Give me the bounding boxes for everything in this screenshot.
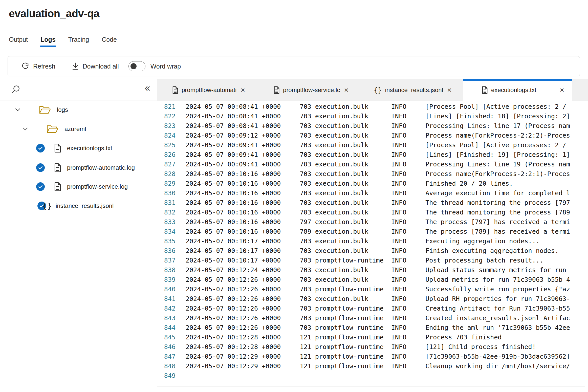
log-level: INFO — [391, 140, 406, 150]
tree-file-instance-results[interactable]: {} instance_results.jsonl — [0, 200, 157, 212]
log-pid: 703 — [300, 236, 311, 246]
close-icon[interactable]: × — [560, 86, 564, 94]
log-line: 844 2024-05-07 00:12:26 +0000 703 prompt… — [157, 323, 588, 333]
close-icon[interactable]: × — [447, 86, 452, 94]
word-wrap-toggle[interactable] — [128, 61, 145, 71]
page-title: evaluation_adv-qa — [9, 8, 99, 20]
log-pid: 703 — [300, 121, 311, 131]
log-line-number: 847 — [157, 352, 176, 361]
log-viewer[interactable]: 821 2024-05-07 00:08:41 +0000 703 execut… — [157, 101, 588, 386]
log-logger: execution.bulk — [315, 112, 391, 121]
log-logger: promptflow-runtime — [315, 342, 391, 352]
log-level: INFO — [391, 256, 406, 265]
tree-folder-azureml[interactable]: azureml — [0, 123, 157, 135]
log-message: Processing Lines: line 19 (Process nam — [425, 160, 570, 169]
tree-file-promptflow-service[interactable]: promptflow-service.log — [0, 181, 157, 193]
log-logger: execution.bulk — [315, 294, 391, 304]
log-line-number: 843 — [157, 313, 176, 323]
refresh-icon — [21, 62, 30, 70]
log-level: INFO — [391, 121, 406, 131]
collapse-sidebar-button[interactable]: « — [145, 82, 150, 93]
log-level: INFO — [391, 112, 406, 121]
close-icon[interactable]: × — [241, 86, 245, 94]
close-icon[interactable]: × — [344, 86, 349, 94]
panel-bottom-divider — [157, 386, 585, 386]
log-pid: 703 — [300, 323, 311, 333]
log-logger: execution.bulk — [315, 236, 391, 246]
log-line: 831 2024-05-07 00:10:16 +0000 703 execut… — [157, 198, 588, 208]
log-message: Upload status summary metrics for run — [425, 265, 566, 275]
log-level: INFO — [391, 352, 406, 361]
log-pid: 121 — [300, 333, 311, 342]
tab-tracing[interactable]: Tracing — [68, 35, 90, 47]
refresh-button[interactable]: Refresh — [21, 62, 55, 70]
tab-output[interactable]: Output — [8, 35, 28, 47]
log-line: 822 2024-05-07 00:08:41 +0000 703 execut… — [157, 112, 588, 121]
log-timestamp: 2024-05-07 00:10:16 +0000 — [186, 217, 281, 227]
log-pid: 703 — [300, 160, 311, 169]
log-line-number: 848 — [157, 361, 176, 371]
log-logger: execution.bulk — [315, 198, 391, 208]
tree-file-promptflow-automatic[interactable]: promptflow-automatic.log — [0, 162, 157, 174]
tree-file-label: promptflow-service.log — [67, 183, 128, 190]
file-icon — [54, 143, 62, 153]
file-tab-label: promptflow-service.lc — [283, 86, 340, 94]
log-pid: 703 — [300, 188, 311, 198]
tree-folder-label: logs — [57, 106, 68, 113]
search-icon[interactable] — [12, 84, 22, 95]
log-timestamp: 2024-05-07 00:09:41 +0000 — [186, 150, 281, 160]
log-timestamp: 2024-05-07 00:12:26 +0000 — [186, 323, 281, 333]
log-logger: execution.bulk — [315, 275, 391, 285]
log-level: INFO — [391, 150, 406, 160]
log-logger: execution.bulk — [315, 131, 391, 140]
log-line: 827 2024-05-07 00:09:41 +0000 703 execut… — [157, 160, 588, 169]
log-logger: execution.bulk — [315, 217, 391, 227]
log-timestamp: 2024-05-07 00:09:41 +0000 — [186, 140, 281, 150]
tab-code[interactable]: Code — [101, 35, 117, 47]
open-folder-icon — [46, 124, 59, 134]
chevron-down-icon[interactable] — [21, 125, 31, 133]
download-all-label: Download all — [83, 63, 119, 70]
file-tree-sidebar: « logs azure — [0, 79, 157, 386]
log-line: 824 2024-05-07 00:09:12 +0000 703 execut… — [157, 131, 588, 140]
file-tab-executionlogs-active[interactable]: executionlogs.txt × — [463, 79, 572, 101]
log-line-number: 825 — [157, 140, 176, 150]
log-message: Finish executing aggregation nodes. — [425, 246, 559, 256]
log-logger: execution.bulk — [315, 169, 391, 179]
log-message: [Process Pool] [Active processes: 2 / — [425, 140, 566, 150]
chevron-down-icon[interactable] — [14, 106, 23, 114]
log-line-number: 822 — [157, 112, 176, 121]
log-line: 839 2024-05-07 00:12:26 +0000 703 execut… — [157, 275, 588, 285]
log-message: Upload RH properties for run 71c39063- — [425, 294, 570, 304]
log-message: The thread monitoring the process [789 — [425, 208, 570, 217]
log-line-number: 834 — [157, 227, 176, 236]
log-timestamp: 2024-05-07 00:10:17 +0000 — [186, 236, 281, 246]
log-line: 842 2024-05-07 00:12:26 +0000 703 prompt… — [157, 304, 588, 313]
log-line: 834 2024-05-07 00:10:16 +0000 789 execut… — [157, 227, 588, 236]
download-all-button[interactable]: Download all — [72, 62, 119, 70]
file-tab-promptflow-service[interactable]: promptflow-service.lc × — [260, 79, 362, 101]
log-timestamp: 2024-05-07 00:12:26 +0000 — [186, 304, 281, 313]
file-tab-promptflow-automatic[interactable]: promptflow-automati × — [157, 79, 260, 101]
log-pid: 703 — [300, 112, 311, 121]
log-logger: execution.bulk — [315, 265, 391, 275]
log-message: Creating Artifact for Run 71c39063-b55 — [425, 304, 570, 313]
file-tab-instance-results[interactable]: {} instance_results.jsonl × — [362, 79, 463, 101]
log-message: The process [789] has received a termi — [425, 227, 570, 236]
tree-folder-logs[interactable]: logs — [0, 104, 157, 116]
log-timestamp: 2024-05-07 00:10:16 +0000 — [186, 227, 281, 236]
log-logger: execution.bulk — [315, 102, 391, 112]
log-line-number: 845 — [157, 333, 176, 342]
log-pid: 121 — [300, 342, 311, 352]
log-line: 823 2024-05-07 00:08:41 +0000 703 execut… — [157, 121, 588, 131]
log-line: 848 2024-05-07 00:12:29 +0000 121 prompt… — [157, 361, 588, 371]
log-timestamp: 2024-05-07 00:10:16 +0000 — [186, 188, 281, 198]
log-pid: 703 — [300, 304, 311, 313]
tree-file-executionlogs[interactable]: executionlogs.txt — [0, 142, 157, 154]
log-pid: 703 — [300, 140, 311, 150]
word-wrap-group: Word wrap — [128, 61, 181, 71]
log-message: The process [797] has received a termi — [425, 217, 570, 227]
log-message: Created instance_results.jsonl Artifac — [425, 313, 570, 323]
tab-logs[interactable]: Logs — [40, 35, 56, 47]
log-message: Process 703 finished — [425, 333, 502, 342]
